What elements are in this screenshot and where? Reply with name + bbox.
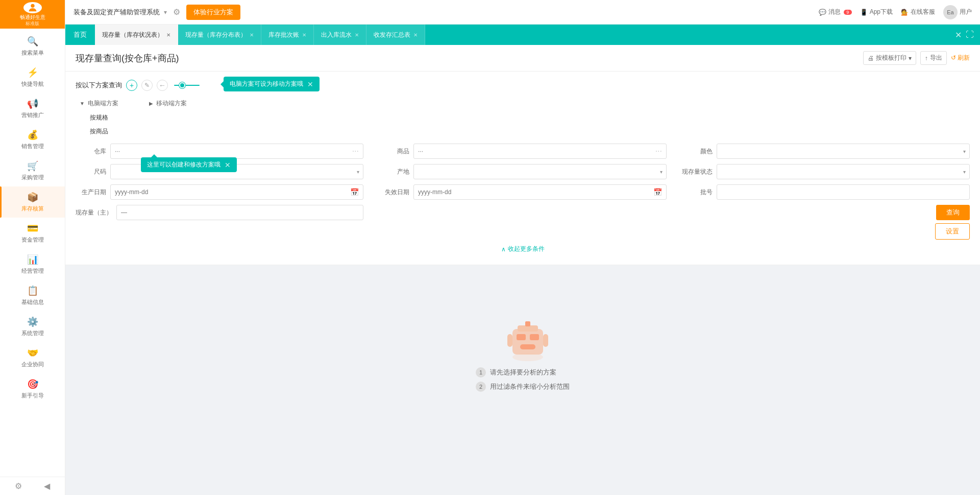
expire-date-input[interactable] [418,188,651,196]
goods-input[interactable] [418,148,653,155]
tab-in-out-flow-label: 出入库流水 [321,31,352,39]
stock-main-input[interactable] [121,209,359,216]
tab-inventory-dist[interactable]: 现存量（库存分布表） ✕ [178,25,261,45]
filter-edit-btn[interactable]: ✎ [141,80,153,91]
svg-rect-2 [512,329,543,355]
tab-inventory-dist-label: 现存量（库存分布表） [185,31,247,39]
sidebar-settings-btn[interactable]: ⚙ [15,481,22,491]
filter-back-btn[interactable]: ← [157,80,168,91]
export-btn[interactable]: ↑ 导出 [920,51,947,65]
sidebar-item-operations[interactable]: 📊 经营管理 [0,249,65,280]
logo-icon [23,2,42,13]
step2-number: 2 [476,382,486,392]
collapse-btn[interactable]: ∧ 收起更多条件 [76,242,970,256]
stock-main-label: 现存量（主） [76,208,112,217]
sidebar-label-system: 系统管理 [21,329,44,337]
avatar: Ea [943,5,958,19]
tab-bar-actions: ✕ ⛶ [949,30,980,40]
reset-button[interactable]: 设置 [935,223,970,240]
phone-icon: 📱 [860,9,868,16]
tab-home[interactable]: 首页 [65,25,95,45]
online-service-label: 在线客服 [911,8,935,16]
tab-in-out-flow-close[interactable]: ✕ [355,32,359,38]
tab-inventory-status-close[interactable]: ✕ [166,32,170,38]
warehouse-dots[interactable]: ··· [352,147,359,156]
export-label: 导出 [930,54,942,62]
sidebar-item-finance[interactable]: 💳 资金管理 [0,218,65,249]
app-download-btn[interactable]: 📱 App下载 [860,8,893,16]
filter-add-btn[interactable]: + [126,80,137,91]
sidebar-item-system[interactable]: ⚙️ 系统管理 [0,311,65,342]
scheme-list: ▼ 电脑端方案 按规格 按商品 ▶ 移动端方案 [76,97,970,137]
online-service-btn[interactable]: 💁 在线客服 [901,8,935,16]
system-title: 装备及固定资产辅助管理系统 [74,8,160,17]
origin-select[interactable] [413,164,667,179]
sidebar-item-quick-nav[interactable]: ⚡ 快捷导航 [0,62,65,93]
messages-btn[interactable]: 💬 消息 9 [819,8,852,16]
produce-date-calendar-icon[interactable]: 📅 [350,188,359,196]
main-content: 装备及固定资产辅助管理系统 ▾ ⚙ 体验行业方案 💬 消息 9 📱 App下载 … [65,0,980,495]
user-btn[interactable]: Ea 用户 [943,5,972,19]
operations-icon: 📊 [27,254,38,265]
tab-batch-account[interactable]: 库存批次账 ✕ [261,25,314,45]
sidebar-item-sales[interactable]: 💰 销售管理 [0,124,65,155]
template-print-btn[interactable]: 🖨 按模板打印 ▾ [863,51,916,65]
stock-status-select[interactable] [717,164,970,179]
sidebar-item-enterprise[interactable]: 🤝 企业协同 [0,342,65,373]
tab-inventory-dist-close[interactable]: ✕ [250,32,254,38]
refresh-icon: ↺ [951,54,956,61]
expire-date-label: 失效日期 [379,188,409,197]
sidebar-item-inventory[interactable]: 📦 库存核算 [0,186,65,218]
service-icon: 💁 [901,9,909,16]
color-select[interactable] [717,144,970,159]
origin-field: 产地 ▾ [379,164,667,179]
print-icon: 🖨 [868,55,874,62]
sidebar-item-marketing[interactable]: 📢 营销推广 [0,93,65,124]
sidebar-collapse-btn[interactable]: ◀ [44,481,50,491]
batch-input[interactable] [717,184,970,200]
tab-inventory-status[interactable]: 现存量（库存状况表） ✕ [95,25,178,45]
goods-dots[interactable]: ··· [655,147,662,156]
sidebar-item-base-info[interactable]: 📋 基础信息 [0,280,65,311]
base-info-icon: 📋 [27,285,38,296]
mobile-scheme-header[interactable]: ▶ 移动端方案 [149,97,187,110]
sidebar-label-quick-nav: 快捷导航 [21,80,44,88]
scheme-tooltip-close[interactable]: ✕ [307,80,313,88]
tab-batch-account-close[interactable]: ✕ [302,32,306,38]
warehouse-input[interactable] [115,148,350,155]
scheme-item-by-goods[interactable]: 按商品 [80,126,118,137]
desktop-scheme-header[interactable]: ▼ 电脑端方案 [80,97,118,110]
edit-tooltip: 这里可以创建和修改方案哦 ✕ [141,157,237,172]
empty-state: 1 请先选择要分析的方案 2 用过滤条件来缩小分析范围 [65,265,980,433]
warehouse-input-wrap: ··· [110,144,363,159]
produce-date-input[interactable] [115,188,348,196]
avatar-text: Ea [947,9,953,15]
sidebar-item-guide[interactable]: 🎯 新手引导 [0,373,65,405]
sidebar-item-purchase[interactable]: 🛒 采购管理 [0,155,65,186]
logo-badge: 标准版 [26,20,39,27]
empty-state-steps: 1 请先选择要分析的方案 2 用过滤条件来缩小分析范围 [476,367,570,392]
tab-in-out-flow[interactable]: 出入库流水 ✕ [314,25,366,45]
sales-icon: 💰 [27,129,38,140]
tab-inventory-status-label: 现存量（库存状况表） [102,31,163,39]
query-button[interactable]: 查询 [936,205,970,220]
tab-collect-summary-close[interactable]: ✕ [413,32,418,38]
expire-date-calendar-icon[interactable]: 📅 [653,188,662,196]
edit-tooltip-close[interactable]: ✕ [225,161,231,169]
trial-button[interactable]: 体验行业方案 [186,5,240,20]
tab-home-label: 首页 [74,30,87,39]
tab-close-all-btn[interactable]: ✕ [955,30,962,40]
filter-label: 按以下方案查询 [76,81,122,90]
scheme-item-by-spec[interactable]: 按规格 [80,112,118,124]
svg-rect-3 [517,334,526,340]
filter-header: 按以下方案查询 + ✎ ← [76,80,970,91]
finance-icon: 💳 [27,223,38,234]
tab-fullscreen-btn[interactable]: ⛶ [966,30,974,39]
refresh-btn[interactable]: ↺ 刷新 [951,54,970,62]
goods-input-wrap: ··· [413,144,667,159]
sidebar-item-search-menu[interactable]: 🔍 搜索菜单 [0,31,65,62]
settings-btn[interactable]: ⚙ [171,5,182,19]
messages-badge: 9 [844,10,852,15]
tab-collect-summary[interactable]: 收发存汇总表 ✕ [366,25,425,45]
desktop-arrow-icon: ▼ [80,101,85,106]
